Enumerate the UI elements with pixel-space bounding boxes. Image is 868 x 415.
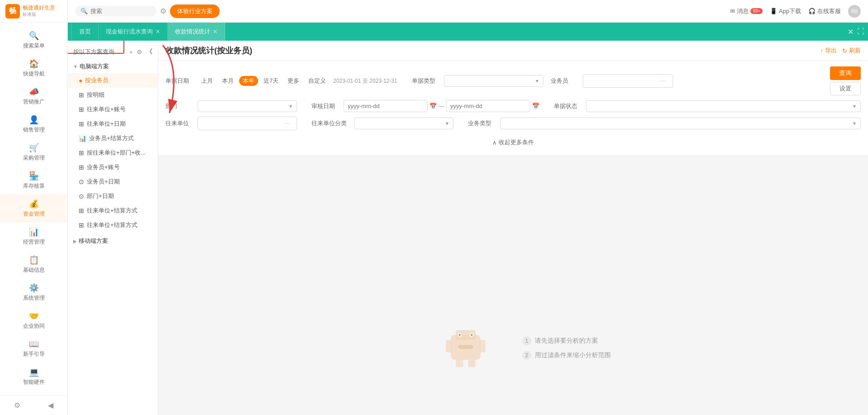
logo-name: 畅捷通好生意 — [23, 5, 55, 12]
tabbar: 首页 现金银行流水查询 ✕ 收款情况统计 ✕ ✕ ⛶ — [68, 23, 868, 41]
sidebar-item-search-menu[interactable]: 🔍 搜索菜单 — [0, 26, 67, 54]
settings-icon[interactable]: ⚙ — [160, 7, 166, 15]
refresh-icon: ↻ — [842, 47, 847, 54]
empty-tips: 1 请先选择要分析的方案 2 用过滤条件来缩小分析范围 — [522, 336, 611, 365]
tree-item-by-salesperson[interactable]: ● 按业务员 — [68, 73, 158, 88]
date-tab-more[interactable]: 更多 — [284, 76, 303, 86]
user-avatar[interactable]: Rit — [848, 5, 861, 18]
scheme-settings-icon[interactable]: ⚙ — [137, 48, 142, 56]
sidebar-item-inventory[interactable]: 🏪 库存核算 — [0, 166, 67, 194]
settings-footer-icon[interactable]: ⚙ — [14, 401, 20, 410]
sidebar-item-basic[interactable]: 📋 基础信息 — [0, 250, 67, 278]
add-scheme-icon[interactable]: + — [129, 48, 133, 56]
tab-maximize-icon[interactable]: ⛶ — [857, 28, 864, 36]
salesperson-more-icon[interactable]: ··· — [660, 77, 666, 85]
tab-receipt-stats-close[interactable]: ✕ — [213, 28, 217, 35]
enterprise-icon: 🤝 — [29, 311, 39, 321]
tree-item-unit-dept-collect[interactable]: ⊞ 按往来单位+部门+收... — [68, 146, 158, 160]
tab-bank-flow[interactable]: 现金银行流水查询 ✕ — [99, 23, 168, 41]
counterparty-label: 往来单位 — [165, 119, 190, 127]
tree-item-unit-settle1[interactable]: ⊞ 往来单位+结算方式 — [68, 203, 158, 218]
tree-item-dept-date[interactable]: ⊙ 部门+日期 — [68, 189, 158, 203]
tree-section-desktop-header[interactable]: ▼ 电脑端方案 — [68, 60, 158, 73]
tab-receipt-stats[interactable]: 收款情况统计 ✕ — [168, 23, 225, 41]
counterparty-type-select[interactable]: ▾ — [354, 118, 453, 129]
message-label: 消息 — [737, 7, 749, 15]
tree-section-mobile-header[interactable]: ▶ 移动端方案 — [68, 234, 158, 248]
online-service-btn[interactable]: 🎧 在线客服 — [808, 7, 841, 15]
sidebar-item-guide[interactable]: 📖 新手引导 — [0, 335, 67, 363]
audit-date-start-calendar-icon[interactable]: 📅 — [429, 103, 437, 109]
logo-icon: 畅 — [5, 4, 20, 19]
left-panel-action-group: + ⚙ 《 — [129, 48, 152, 56]
sidebar-nav: 🔍 搜索菜单 🏠 快捷导航 📣 营销推广 👤 销售管理 🛒 采购管理 🏪 — [0, 23, 67, 395]
date-tab-this-month[interactable]: 本月 — [218, 76, 237, 86]
message-btn[interactable]: ✉ 消息 99+ — [730, 7, 763, 15]
tree-item-unit-settle2[interactable]: ⊞ 往来单位+结算方式 — [68, 218, 158, 232]
dept-chevron-icon: ▾ — [289, 103, 292, 109]
date-tab-custom[interactable]: 自定义 — [305, 76, 330, 86]
tab-home[interactable]: 首页 — [71, 23, 99, 41]
doc-status-chevron-icon: ▾ — [853, 103, 856, 109]
tree-item-salesperson-date[interactable]: ⊙ 业务员+日期 — [68, 174, 158, 189]
mobile-section-arrow: ▶ — [73, 239, 77, 244]
sidebar-item-operation[interactable]: 📊 经营管理 — [0, 222, 67, 250]
date-separator: — — [439, 103, 444, 109]
audit-date-end-calendar-icon[interactable]: 📅 — [532, 103, 539, 109]
date-tab-last-month[interactable]: 上月 — [198, 76, 217, 86]
sidebar-item-purchase[interactable]: 🛒 采购管理 — [0, 138, 67, 166]
sidebar-item-hardware[interactable]: 💻 智能硬件 — [0, 363, 67, 391]
business-type-select[interactable]: ▾ — [500, 118, 861, 129]
doc-type-select[interactable]: ▾ — [444, 75, 543, 87]
sales-icon: 👤 — [29, 115, 39, 125]
app-download-icon: 📱 — [770, 8, 777, 14]
tree-item-unit-account[interactable]: ⊞ 往来单位+账号 — [68, 102, 158, 117]
salesperson-select[interactable]: ··· — [583, 74, 673, 88]
tab-bank-flow-close[interactable]: ✕ — [156, 28, 160, 35]
unit-dept-collect-icon: ⊞ — [79, 149, 84, 156]
svg-rect-7 — [446, 340, 452, 353]
collapse-filters-btn[interactable]: ∧ 收起更多条件 — [165, 135, 861, 150]
by-detail-icon: ⊞ — [79, 91, 84, 99]
left-panel: 按以下方案查询 + ⚙ 《 ▼ 电脑端方案 ● — [68, 41, 158, 415]
export-btn[interactable]: ↑ 导出 — [821, 47, 837, 55]
date-tab-last-7[interactable]: 近7天 — [260, 76, 282, 86]
tab-close-all-icon[interactable]: ✕ — [848, 28, 854, 36]
unit-date-icon: ⊞ — [79, 120, 84, 127]
date-tab-this-year[interactable]: 本年 — [239, 76, 258, 86]
sidebar-item-enterprise[interactable]: 🤝 企业协同 — [0, 307, 67, 335]
svg-point-4 — [459, 334, 461, 336]
page-header-actions: ↑ 导出 ↻ 刷新 — [821, 47, 861, 55]
sidebar-item-quick-nav[interactable]: 🏠 快捷导航 — [0, 54, 67, 82]
sidebar-item-sales[interactable]: 👤 销售管理 — [0, 110, 67, 138]
audit-date-start-input[interactable] — [344, 100, 428, 112]
refresh-btn[interactable]: ↻ 刷新 — [842, 47, 861, 55]
sidebar-item-system[interactable]: ⚙️ 系统管理 — [0, 278, 67, 307]
tree-item-salesperson-settle[interactable]: 📊 业务员+结算方式 — [68, 131, 158, 146]
audit-date-end-input[interactable] — [446, 100, 530, 112]
app-download-btn[interactable]: 📱 App下载 — [770, 7, 801, 15]
page-title-wrapper: 收款情况统计(按业务员) — [165, 45, 252, 56]
inventory-icon: 🏪 — [29, 171, 39, 181]
sidebar-item-finance[interactable]: 💰 资金管理 — [0, 194, 67, 222]
counterparty-select[interactable]: ··· — [198, 117, 297, 130]
settings-btn[interactable]: 设置 — [830, 82, 861, 95]
sidebar-item-marketing[interactable]: 📣 营销推广 — [0, 82, 67, 110]
hardware-icon: 💻 — [29, 367, 39, 377]
dept-select[interactable]: ▾ — [198, 100, 297, 112]
collapse-panel-icon[interactable]: 《 — [146, 48, 152, 56]
trial-btn[interactable]: 体验行业方案 — [170, 5, 220, 18]
business-type-label: 业务类型 — [468, 119, 493, 127]
tree-item-salesperson-account[interactable]: ⊞ 业务员+账号 — [68, 160, 158, 174]
filter-row-1: 单据日期 上月 本月 本年 近7天 更多 自定义 2023-01-01 至 20… — [165, 66, 861, 95]
counterparty-more-icon[interactable]: ··· — [284, 119, 290, 127]
date-range-text: 2023-01-01 至 2023-12-31 — [333, 77, 397, 85]
doc-status-select[interactable]: ▾ — [586, 100, 861, 112]
tab-bank-flow-label: 现金银行流水查询 — [106, 28, 153, 36]
query-btn[interactable]: 查询 — [830, 66, 861, 80]
tree-item-unit-date[interactable]: ⊞ 往来单位+日期 — [68, 117, 158, 131]
collapse-footer-icon[interactable]: ◀ — [48, 401, 53, 410]
tree-item-by-detail[interactable]: ⊞ 按明细 — [68, 88, 158, 102]
search-input[interactable] — [90, 8, 145, 14]
sidebar-item-wechat[interactable]: 💬 企业微信 — [0, 391, 67, 395]
